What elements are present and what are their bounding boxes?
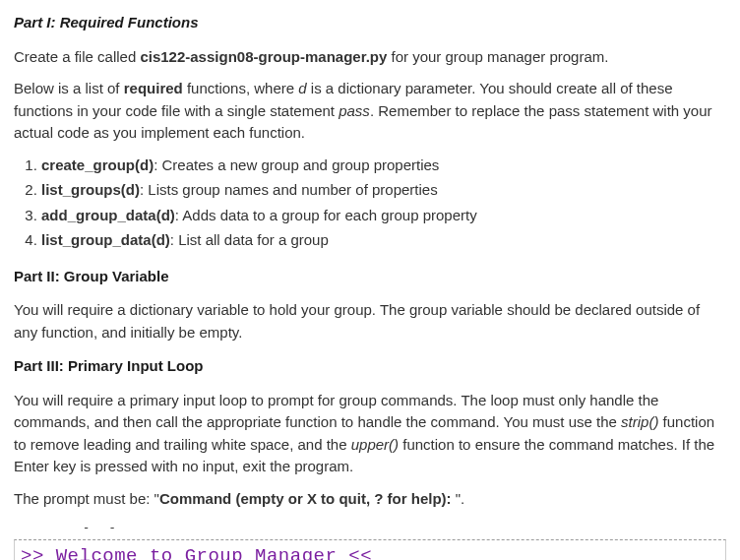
part3-prompt-b: ". — [456, 490, 465, 507]
fn-strip: strip() — [621, 413, 658, 430]
terminal-line1: >> Welcome to Group Manager << — [21, 544, 719, 560]
list-item: list_groups(d): Lists group names and nu… — [41, 179, 726, 202]
list-item: create_group(d): Creates a new group and… — [41, 155, 726, 177]
part3-text: You will require a primary input loop to… — [14, 390, 726, 478]
part3-prompt: The prompt must be: "Command (empty or X… — [14, 488, 726, 511]
part3-prompt-bold: Command (empty or X to quit, ? for help)… — [159, 490, 456, 507]
part1-desc-a: Below is a list of — [14, 80, 124, 96]
list-item: list_group_data(d): List all data for a … — [41, 229, 726, 252]
fn-desc: : Lists group names and number of proper… — [140, 181, 438, 198]
part1-title: Part I: Required Functions — [14, 12, 726, 34]
list-item: add_group_data(d): Adds data to a group … — [41, 205, 726, 227]
fn-desc: : Creates a new group and group properti… — [154, 156, 439, 173]
part1-desc: Below is a list of required functions, w… — [14, 78, 726, 145]
part1-intro-b: for your group manager program. — [387, 48, 608, 65]
terminal-output: >> Welcome to Group Manager << This prog… — [14, 539, 726, 560]
fn-name: add_group_data(d) — [41, 207, 175, 223]
part1-desc-b: functions, where — [183, 80, 299, 96]
fn-name: list_group_data(d) — [41, 231, 170, 248]
part1-desc-d: d — [298, 80, 306, 96]
part1-desc-required: required — [124, 80, 183, 96]
part3-text-a: You will require a primary input loop to… — [14, 392, 658, 431]
part3-prompt-a: The prompt must be: " — [14, 490, 159, 507]
fn-upper: upper() — [351, 436, 399, 453]
fn-desc: : Adds data to a group for each group pr… — [175, 207, 477, 223]
part1-intro-file: cis122-assign08-group-manager.py — [140, 48, 387, 65]
part1-intro-a: Create a file called — [14, 48, 140, 65]
part1-intro: Create a file called cis122-assign08-gro… — [14, 46, 726, 69]
dash-decoration: - - — [83, 520, 726, 537]
function-list: create_group(d): Creates a new group and… — [14, 155, 726, 252]
fn-name: list_groups(d) — [41, 181, 140, 198]
part3-title: Part III: Primary Input Loop — [14, 355, 726, 378]
part2-text: You will require a dictionary variable t… — [14, 299, 726, 343]
part1-desc-pass: pass — [339, 102, 370, 119]
fn-desc: : List all data for a group — [170, 231, 329, 248]
fn-name: create_group(d) — [41, 156, 154, 173]
part2-title: Part II: Group Variable — [14, 266, 726, 288]
